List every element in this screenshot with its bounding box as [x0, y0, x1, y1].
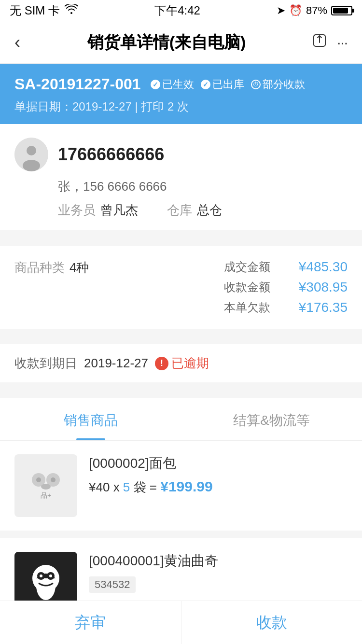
warehouse-info: 仓库 总仓	[167, 202, 222, 219]
order-header: SA-20191227-001 已生效 已出库 ⏱ 部分收款 单据日期：2019…	[0, 64, 362, 124]
summary-section: 商品种类 4种 成交金额 ¥485.30 收款金额 ¥308.95 本单欠款 ¥…	[0, 246, 362, 329]
status-tag-partial: ⏱ 部分收款	[251, 77, 305, 92]
status-tag-active: 已生效	[151, 77, 194, 92]
back-button[interactable]: ‹	[14, 32, 43, 53]
overdue-status-text: 已逾期	[171, 355, 209, 372]
summary-left: 商品种类 4种	[14, 259, 89, 276]
overdue-section: 收款到期日 2019-12-27 ! 已逾期	[0, 344, 362, 382]
bottom-bar: 弃审 收款	[0, 601, 362, 644]
received-value: ¥308.95	[280, 280, 348, 295]
customer-top: 17666666666	[14, 138, 348, 171]
svg-point-7	[41, 484, 51, 490]
product-total-1: ¥199.99	[160, 478, 212, 494]
confirm-button[interactable]: 收款	[181, 601, 362, 644]
overdue-badge: ! 已逾期	[155, 355, 209, 372]
received-row: 收款金额 ¥308.95	[224, 280, 348, 295]
svg-point-2	[27, 146, 36, 155]
alarm-icon: ⏰	[289, 4, 302, 17]
tabs-section: 销售商品 结算&物流等	[0, 398, 362, 441]
tab-settlement[interactable]: 结算&物流等	[181, 398, 362, 440]
share-button[interactable]	[312, 33, 327, 52]
customer-avatar	[14, 138, 48, 171]
goods-type-value: 4种	[70, 259, 89, 276]
check-circle-2	[201, 80, 210, 89]
debt-row: 本单欠款 ¥176.35	[224, 300, 348, 315]
product-item: 品+ [0000002]面包 ¥40 x 5 袋 = ¥199.99	[0, 441, 362, 531]
wifi-icon	[65, 4, 78, 17]
status-tag-shipped: 已出库	[201, 77, 244, 92]
check-circle-1	[151, 80, 160, 89]
svg-point-16	[40, 574, 42, 577]
status-left: 无 SIM 卡	[10, 3, 78, 18]
overdue-date: 2019-12-27	[84, 356, 148, 371]
svg-point-3	[23, 160, 40, 171]
product-batch-2: 534532	[89, 576, 136, 593]
product-info-1: [0000002]面包 ¥40 x 5 袋 = ¥199.99	[89, 454, 348, 496]
customer-contact: 张，156 6666 6666	[14, 178, 348, 195]
debt-value: ¥176.35	[280, 300, 348, 315]
svg-point-8	[36, 477, 41, 482]
tab-products[interactable]: 销售商品	[0, 398, 181, 440]
order-date-line: 单据日期：2019-12-27 | 打印 2 次	[14, 99, 348, 114]
order-id: SA-20191227-001	[14, 75, 141, 93]
salesperson-label: 业务员	[58, 202, 96, 219]
summary-right: 成交金额 ¥485.30 收款金额 ¥308.95 本单欠款 ¥176.35	[224, 259, 348, 315]
product-image-placeholder-1: 品+	[14, 454, 77, 517]
product-pricing-1: ¥40 x 5 袋 = ¥199.99	[89, 478, 348, 496]
divider-2	[0, 336, 362, 344]
salesperson-value: 曾凡杰	[100, 202, 138, 219]
battery-icon	[331, 6, 352, 15]
nav-bar: ‹ 销货单详情(来自电脑) ···	[0, 21, 362, 64]
overdue-label: 收款到期日	[14, 355, 77, 372]
deal-amount-value: ¥485.30	[280, 259, 348, 275]
svg-text:品+: 品+	[41, 491, 51, 499]
product-unit-1: 袋	[134, 480, 146, 494]
customer-card: 17666666666 张，156 6666 6666 业务员 曾凡杰 仓库 总…	[0, 124, 362, 230]
order-status-tags: 已生效 已出库 ⏱ 部分收款	[151, 77, 305, 92]
product-image-1: 品+	[14, 454, 77, 517]
status-bar: 无 SIM 卡 下午4:42 ➤ ⏰ 87%	[0, 0, 362, 21]
customer-name: 17666666666	[58, 144, 164, 165]
location-icon: ➤	[277, 4, 285, 17]
status-right: ➤ ⏰ 87%	[277, 4, 352, 17]
salesperson-info: 业务员 曾凡杰	[58, 202, 138, 219]
product-name-2: [000400001]黄油曲奇	[89, 552, 348, 570]
equals-1: =	[150, 480, 160, 494]
product-name-1: [0000002]面包	[89, 454, 348, 473]
battery-label: 87%	[306, 4, 327, 17]
deal-amount-row: 成交金额 ¥485.30	[224, 259, 348, 275]
nav-actions: ···	[290, 33, 348, 52]
goods-type-label: 商品种类	[14, 259, 65, 276]
order-header-top: SA-20191227-001 已生效 已出库 ⏱ 部分收款	[14, 75, 348, 93]
customer-meta: 业务员 曾凡杰 仓库 总仓	[14, 202, 348, 219]
received-label: 收款金额	[224, 280, 270, 295]
warehouse-label: 仓库	[167, 202, 192, 219]
product-qty-1: 5	[123, 480, 130, 494]
more-button[interactable]: ···	[337, 34, 348, 51]
overdue-warning-icon: !	[155, 357, 168, 370]
page-title: 销货单详情(来自电脑)	[43, 31, 290, 54]
cancel-button[interactable]: 弃审	[0, 601, 181, 644]
svg-point-9	[51, 477, 56, 482]
multiply-1: x	[113, 480, 123, 494]
divider-1	[0, 238, 362, 246]
warehouse-value: 总仓	[197, 202, 222, 219]
divider-3	[0, 390, 362, 398]
carrier-label: 无 SIM 卡	[10, 3, 60, 18]
debt-label: 本单欠款	[224, 300, 270, 315]
svg-point-17	[49, 574, 52, 577]
deal-amount-label: 成交金额	[224, 259, 270, 275]
time-label: 下午4:42	[154, 3, 200, 18]
product-price-1: ¥40	[89, 480, 110, 494]
clock-icon: ⏱	[251, 80, 261, 89]
